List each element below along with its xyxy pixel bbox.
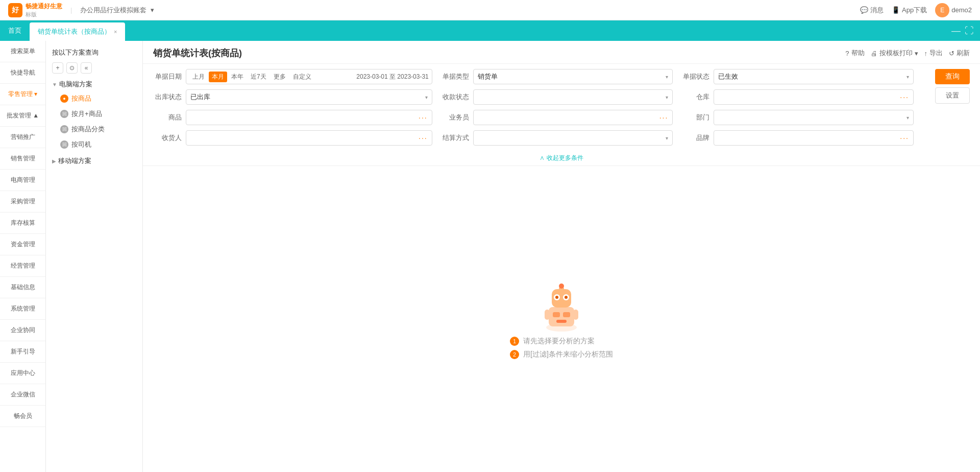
scheme-item-icon-1: 回 [60,110,68,118]
print-label: 按模板打印 [879,49,913,58]
filter-warehouse-control[interactable]: ··· [714,89,914,105]
print-btn[interactable]: 🖨 按模板打印 ▾ [871,49,918,58]
scheme-group-mobile-toggle: ▶ [52,158,56,164]
svg-point-13 [559,284,564,289]
filter-brand-control[interactable]: ··· [714,130,914,146]
date-tab-custom[interactable]: 自定义 [290,72,314,82]
workspace-dropdown[interactable]: ▾ [151,6,154,14]
filter-receiptstatus-label: 收款状态 [440,92,469,102]
svg-rect-4 [556,320,567,323]
empty-tip-1: 1 请先选择要分析的方案 [510,337,613,346]
scheme-add-btn[interactable]: + [52,62,63,74]
settings-btn[interactable]: 设置 [935,87,970,104]
minimize-icon[interactable]: — [951,26,961,36]
scheme-panel-tools: + ⊙ « [46,60,142,76]
filter-date-control[interactable]: 上月 本月 本年 近7天 更多 自定义 2023-03-01 至 2023-03… [186,69,432,84]
filter-docstatus-control[interactable]: 已生效 ▾ [714,69,914,84]
scheme-group-toggle: ▼ [52,82,57,87]
sidebar-item-search[interactable]: 搜索菜单 [0,41,45,62]
sidebar-item-sales[interactable]: 销售管理 [0,148,45,170]
filter-warehouse-label: 仓库 [681,92,709,102]
sidebar-item-apps[interactable]: 应用中心 [0,363,45,384]
export-btn[interactable]: ↑ 导出 [924,49,943,58]
maximize-icon[interactable]: ⛶ [965,26,974,36]
filter-receiptstatus-control[interactable]: ▾ [473,89,673,105]
filter-receiver-control[interactable]: ··· [186,130,432,146]
filter-staff-control[interactable]: ··· [473,110,673,125]
tab-home[interactable]: 首页 [0,20,30,41]
scheme-item-label-2: 按商品分类 [71,125,105,134]
filter-outstatus-item: 出库状态 已出库 ▾ [153,89,432,105]
empty-state: 1 请先选择要分析的方案 2 用[过滤]条件来缩小分析范围 [143,166,980,472]
doctype-dropdown-icon: ▾ [666,74,668,80]
filter-docstatus-item: 单据状态 已生效 ▾ [681,69,914,84]
refresh-icon: ↺ [949,50,954,57]
date-tab-this-year[interactable]: 本年 [228,72,247,82]
filter-payment-label: 结算方式 [440,133,469,143]
help-btn[interactable]: ? 帮助 [845,49,864,58]
filter-doctype-control[interactable]: 销货单 ▾ [473,69,673,84]
scheme-group-pc: ▼ 电脑端方案 ● 按商品 回 按月+商品 回 按商品分类 回 按司机 [46,78,142,152]
date-tab-this-month[interactable]: 本月 [209,72,227,82]
sidebar-item-wholesale[interactable]: 批发管理 ▲ [0,105,45,127]
scheme-item-by-goods[interactable]: ● 按商品 [46,91,142,106]
empty-tip-2: 2 用[过滤]条件来缩小分析范围 [510,350,613,359]
app-download-btn[interactable]: 📱 App下载 [892,6,927,15]
filter-dept-item: 部门 ▾ [681,110,914,125]
sidebar-item-inventory[interactable]: 库存核算 [0,213,45,234]
scheme-group-pc-header[interactable]: ▼ 电脑端方案 [46,78,142,91]
tab-active[interactable]: 销货单统计表（按商品） × [30,22,125,41]
sidebar-item-retail[interactable]: 零售管理 ▾ [0,84,45,105]
tip-num-1: 1 [510,337,519,346]
date-tab-last-month[interactable]: 上月 [189,72,208,82]
main-layout: 搜索菜单 快捷导航 零售管理 ▾ 批发管理 ▲ 营销推广 销售管理 电商管理 采… [0,41,980,472]
filter-payment-control[interactable]: ▾ [473,130,673,146]
query-btn[interactable]: 查询 [935,69,970,84]
sidebar-item-system[interactable]: 系统管理 [0,298,45,320]
scheme-group-mobile-header[interactable]: ▶ 移动端方案 [46,154,142,168]
tab-close-icon[interactable]: × [114,29,117,35]
page-title: 销货单统计表(按商品) [153,47,242,59]
sidebar-item-basic[interactable]: 基础信息 [0,277,45,298]
logo-icon: 好 [8,3,22,17]
filter-goods-control[interactable]: ··· [186,110,432,125]
empty-tip-2-text: 用[过滤]条件来缩小分析范围 [523,350,613,359]
message-label: 消息 [870,6,884,15]
scheme-collapse-btn[interactable]: « [81,62,92,74]
message-icon: 💬 [860,6,868,14]
sidebar-item-quick[interactable]: 快捷导航 [0,62,45,84]
query-buttons: 查询 设置 [935,69,970,104]
sidebar-item-ecommerce[interactable]: 电商管理 [0,170,45,191]
sidebar-item-operation[interactable]: 经营管理 [0,255,45,277]
filter-receiver-label: 收货人 [153,133,182,143]
docstatus-dropdown-icon: ▾ [906,74,909,80]
collapse-bar[interactable]: ∧ 收起更多条件 [143,151,980,166]
empty-tips: 1 请先选择要分析的方案 2 用[过滤]条件来缩小分析范围 [510,337,613,359]
scheme-edit-btn[interactable]: ⊙ [66,62,78,74]
dept-dropdown-icon: ▾ [906,115,909,121]
filter-dept-control[interactable]: ▾ [714,110,914,125]
scheme-item-by-driver[interactable]: 回 按司机 [46,137,142,152]
empty-robot-svg [533,279,590,335]
filter-warehouse-item: 仓库 ··· [681,89,914,105]
sidebar-item-purchase[interactable]: 采购管理 [0,191,45,213]
export-icon: ↑ [924,50,928,57]
sidebar-item-member[interactable]: 畅会员 [0,406,45,427]
collapse-label: ∧ 收起更多条件 [540,154,583,161]
sidebar-item-enterprise[interactable]: 企业协同 [0,320,45,341]
scheme-item-by-category[interactable]: 回 按商品分类 [46,122,142,137]
sidebar-item-finance[interactable]: 资金管理 [0,234,45,255]
sidebar-item-guide[interactable]: 新手引导 [0,341,45,363]
filter-outstatus-control[interactable]: 已出库 ▾ [186,89,432,105]
message-btn[interactable]: 💬 消息 [860,6,884,15]
refresh-btn[interactable]: ↺ 刷新 [949,49,970,58]
filter-row-3: 商品 ··· 业务员 ··· [153,110,914,125]
tabbar: 首页 销货单统计表（按商品） × — ⛶ [0,20,980,41]
scheme-item-by-month-goods[interactable]: 回 按月+商品 [46,106,142,122]
sidebar-item-wechat[interactable]: 企业微信 [0,384,45,406]
date-tab-7days[interactable]: 近7天 [248,72,270,82]
date-tab-more[interactable]: 更多 [271,72,289,82]
user-area[interactable]: E demo2 [935,3,972,17]
scheme-item-label-3: 按司机 [71,140,91,149]
sidebar-item-marketing[interactable]: 营销推广 [0,127,45,148]
